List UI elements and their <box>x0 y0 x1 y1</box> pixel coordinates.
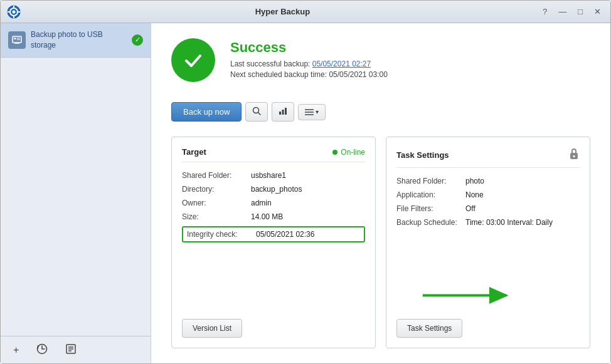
table-row: Directory: backup_photos <box>182 185 365 194</box>
svg-rect-10 <box>17 39 20 40</box>
app-title: Hyper Backup <box>26 7 539 16</box>
task-settings-button[interactable]: Task Settings <box>396 319 462 338</box>
status-title: Success <box>230 39 388 56</box>
title-bar: Hyper Backup ? — □ ✕ <box>1 1 610 23</box>
sidebar-item-icon <box>8 31 26 49</box>
target-card: Target On-line Shared Folder: usbshare1 … <box>171 137 376 348</box>
svg-rect-27 <box>573 155 575 157</box>
table-row: Shared Folder: photo <box>396 177 580 185</box>
success-icon <box>171 38 215 82</box>
menu-button[interactable]: ▾ <box>298 104 326 120</box>
version-list-button[interactable]: Version List <box>182 319 242 338</box>
table-row: Backup Schedule: Time: 03:00 Interval: D… <box>396 218 580 227</box>
log-button[interactable] <box>63 341 79 360</box>
status-dot <box>332 150 337 155</box>
help-button[interactable]: ? <box>539 6 550 18</box>
content-area: Success Last successful backup: 05/05/20… <box>151 23 610 363</box>
svg-rect-20 <box>279 112 281 115</box>
table-row: Size: 14.00 MB <box>182 212 365 221</box>
table-row: Shared Folder: usbshare1 <box>182 171 365 180</box>
task-card-footer: Task Settings <box>396 232 580 338</box>
svg-point-2 <box>13 10 16 13</box>
app-logo <box>7 5 21 19</box>
svg-rect-9 <box>17 38 20 39</box>
search-button[interactable] <box>245 102 268 122</box>
app-window: Hyper Backup ? — □ ✕ Backu <box>0 0 611 364</box>
table-row: Application: None <box>396 190 580 199</box>
sidebar-item-backup[interactable]: Backup photo to USB storage ✓ <box>1 23 151 58</box>
maximize-button[interactable]: □ <box>575 6 586 18</box>
next-backup-info: Next scheduled backup time: 05/05/2021 0… <box>230 70 388 79</box>
target-card-header: Target On-line <box>182 147 365 162</box>
sidebar-item-label: Backup photo to USB storage <box>31 29 127 51</box>
svg-rect-21 <box>282 110 284 115</box>
sidebar-item-status: ✓ <box>132 34 143 46</box>
online-status-badge: On-line <box>332 148 365 157</box>
task-card-header: Task Settings <box>396 147 580 168</box>
close-button[interactable]: ✕ <box>591 6 604 18</box>
lock-icon <box>568 147 580 162</box>
last-backup-link[interactable]: 05/05/2021 02:27 <box>312 60 371 68</box>
integrity-check-row: Integrity check: 05/05/2021 02:36 <box>182 226 365 242</box>
table-row: Owner: admin <box>182 199 365 207</box>
add-task-button[interactable]: + <box>11 342 21 358</box>
task-card: Task Settings Shared Folder: photo <box>386 137 590 348</box>
next-backup-value: 05/05/2021 03:00 <box>329 70 387 79</box>
status-section: Success Last successful backup: 05/05/20… <box>171 38 590 92</box>
window-controls: ? — □ ✕ <box>539 6 604 18</box>
action-bar: Back up now <box>171 102 590 122</box>
main-layout: Backup photo to USB storage ✓ + <box>1 23 610 363</box>
svg-rect-22 <box>285 108 287 115</box>
svg-line-19 <box>258 113 261 115</box>
menu-arrow-icon: ▾ <box>316 108 319 115</box>
history-button[interactable] <box>34 341 50 360</box>
status-label: On-line <box>341 148 365 157</box>
backup-now-button[interactable]: Back up now <box>171 102 242 122</box>
table-row: File Filters: Off <box>396 204 580 213</box>
target-card-footer: Version List <box>182 247 365 338</box>
minimize-button[interactable]: — <box>555 6 570 18</box>
last-backup-info: Last successful backup: 05/05/2021 02:27 <box>230 60 388 68</box>
chart-button[interactable] <box>272 102 294 122</box>
task-card-title: Task Settings <box>396 150 449 160</box>
sidebar-spacer <box>1 58 151 336</box>
target-card-title: Target <box>182 147 206 157</box>
sidebar-footer: + <box>1 336 151 363</box>
status-text: Success Last successful backup: 05/05/20… <box>230 39 388 81</box>
info-cards: Target On-line Shared Folder: usbshare1 … <box>171 137 590 348</box>
sidebar: Backup photo to USB storage ✓ + <box>1 23 151 363</box>
svg-rect-8 <box>14 38 16 39</box>
